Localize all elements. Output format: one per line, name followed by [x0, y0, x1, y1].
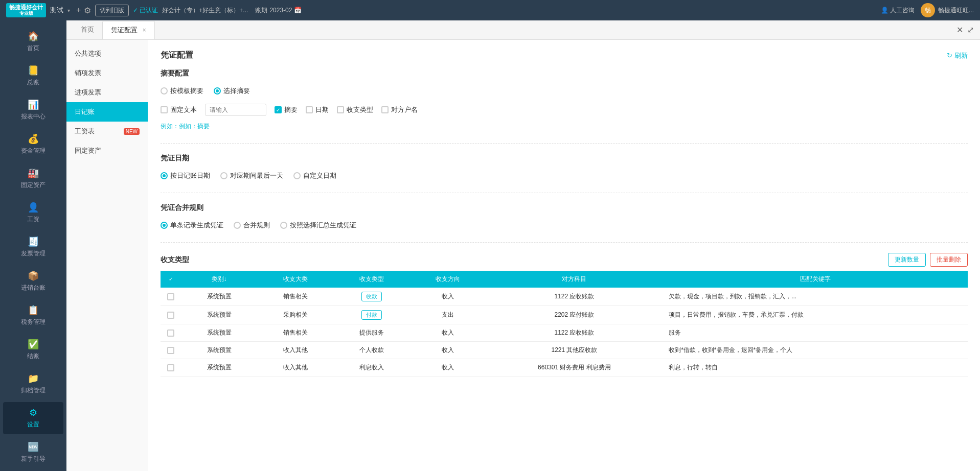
table-row: 系统预置 采购相关 付款 支出 2202 应付账款 项目，日常费用，报销款，车费…	[161, 306, 968, 324]
reports-icon: 📊	[28, 99, 39, 110]
income-table: 类别↓ 收支大类 收支类型 收支方向 对方科目 匹配关键字 系统预置	[161, 271, 968, 376]
date-section-title: 凭证日期	[161, 154, 968, 163]
settings-button[interactable]: ⚙	[84, 6, 91, 15]
radio-select-summary[interactable]: 选择摘要	[214, 86, 250, 96]
old-version-button[interactable]: 切到旧版	[95, 5, 129, 16]
td-category-1: 系统预置	[181, 306, 257, 324]
sidebar-item-salary[interactable]: 👤 工资	[3, 197, 63, 229]
row-checkbox-0[interactable]	[167, 293, 174, 300]
left-nav-fixed-assets[interactable]: 固定资产	[66, 141, 148, 160]
sidebar-item-invoice[interactable]: 🧾 发票管理	[3, 231, 63, 263]
sidebar-item-home[interactable]: 🏠 首页	[3, 26, 63, 58]
td-direction-3: 收入	[410, 342, 486, 359]
sidebar-item-reports[interactable]: 📊 报表中心	[3, 94, 63, 126]
td-income-type-2: 提供服务	[333, 324, 409, 342]
sidebar-item-settings[interactable]: ⚙ 设置	[3, 402, 63, 434]
company-dropdown-icon[interactable]: ▾	[67, 8, 70, 13]
td-checkbox-3	[161, 342, 181, 359]
radio-journal-date[interactable]: 按日记账日期	[161, 171, 210, 180]
archive-icon: 📁	[28, 373, 39, 384]
row-checkbox-3[interactable]	[167, 347, 174, 354]
td-subject-4: 660301 财务费用 利息费用	[486, 359, 663, 376]
sidebar-label-tax: 税务管理	[21, 318, 45, 326]
avatar: 畅	[921, 3, 935, 17]
checkbox-income-type[interactable]: 收支类型	[337, 105, 373, 114]
username: 畅捷通旺旺...	[938, 6, 974, 15]
topbar: 畅捷通好会计 专业版 测试 ▾ + ⚙ 切到旧版 ✓ 已认证 好会计（专）+好生…	[0, 0, 980, 20]
summary-section-title: 摘要配置	[161, 69, 968, 78]
sidebar-item-tax[interactable]: 📋 税务管理	[3, 299, 63, 332]
tab-close-icon[interactable]: ×	[143, 27, 146, 34]
row-checkbox-2[interactable]	[167, 329, 174, 337]
left-nav-public[interactable]: 公共选项	[66, 44, 148, 63]
add-button[interactable]: +	[76, 6, 81, 15]
income-section-title: 收支类型	[161, 255, 189, 265]
select-all-checkbox[interactable]	[167, 276, 174, 283]
sidebar-item-archive[interactable]: 📁 归档管理	[3, 368, 63, 400]
th-checkbox	[161, 271, 181, 288]
topbar-icons: + ⚙	[76, 6, 91, 15]
checkbox-box-counterparty	[381, 106, 389, 113]
sidebar-label-close: 结账	[27, 352, 39, 361]
td-category-3: 系统预置	[181, 342, 257, 359]
tab-voucher-config[interactable]: 凭证配置 ×	[102, 21, 155, 39]
td-direction-0: 收入	[410, 288, 486, 306]
radio-circle-single	[161, 222, 168, 229]
radio-merge-rules[interactable]: 合并规则	[234, 221, 270, 230]
sidebar-item-guide[interactable]: 🆕 新手引导	[3, 436, 63, 468]
right-content: 凭证配置 ↻ 刷新 摘要配置 按模板摘要	[148, 40, 980, 471]
new-badge: NEW	[124, 128, 140, 135]
sidebar-item-purchase[interactable]: 📦 进销台账	[3, 265, 63, 297]
expand-window-button[interactable]: ⤢	[967, 25, 974, 35]
income-type-tag-1[interactable]: 付款	[361, 310, 382, 320]
th-income-type: 收支类型	[333, 271, 409, 288]
td-income-type-1: 付款	[333, 306, 409, 324]
left-nav-journal[interactable]: 日记账	[66, 102, 148, 122]
close-window-button[interactable]: ✕	[956, 25, 963, 35]
user-menu[interactable]: 畅 畅捷通旺旺...	[921, 3, 974, 17]
checkbox-summary[interactable]: 摘要	[275, 105, 298, 114]
table-header-row: 类别↓ 收支大类 收支类型 收支方向 对方科目 匹配关键字	[161, 271, 968, 288]
tax-icon: 📋	[28, 304, 39, 316]
table-row: 系统预置 销售相关 收款 收入 1122 应收账款 欠款，现金，项目款，到款，报…	[161, 288, 968, 306]
update-count-button[interactable]: 更新数量	[888, 253, 926, 267]
td-category-0: 系统预置	[181, 288, 257, 306]
sidebar-item-funds[interactable]: 💰 资金管理	[3, 128, 63, 160]
page-content: 公共选项 销项发票 进项发票 日记账 工资表 NEW 固定资产	[66, 40, 980, 471]
table-header-actions: 更新数量 批量删除	[888, 253, 968, 267]
batch-delete-button[interactable]: 批量删除	[930, 253, 968, 267]
checkbox-counterparty[interactable]: 对方户名	[381, 105, 418, 114]
td-subject-1: 2202 应付账款	[486, 306, 663, 324]
row-checkbox-4[interactable]	[167, 364, 174, 371]
divider-1	[161, 143, 968, 144]
sidebar-label-salary: 工资	[27, 215, 39, 224]
tab-home[interactable]: 首页	[73, 21, 102, 39]
service-button[interactable]: 👤 人工咨询	[881, 6, 915, 15]
radio-aggregate[interactable]: 按照选择汇总生成凭证	[280, 221, 356, 230]
checkbox-fixed-text[interactable]: 固定文本	[161, 105, 197, 114]
income-type-tag-0[interactable]: 收款	[361, 292, 382, 301]
sidebar-item-assets[interactable]: 🏭 固定资产	[3, 162, 63, 195]
td-major-type-4: 收入其他	[257, 359, 333, 376]
sidebar-item-ledger[interactable]: 📒 总账	[3, 60, 63, 92]
left-nav-purchase-invoice[interactable]: 进项发票	[66, 83, 148, 102]
refresh-button[interactable]: ↻ 刷新	[947, 51, 968, 60]
period: 账期 2023-02 📅	[255, 6, 302, 15]
checkbox-date[interactable]: 日期	[306, 105, 329, 114]
left-nav-sales-invoice[interactable]: 销项发票	[66, 63, 148, 83]
table-row: 系统预置 收入其他 利息收入 收入 660301 财务费用 利息费用 利息，行转…	[161, 359, 968, 376]
left-nav-payroll[interactable]: 工资表 NEW	[66, 122, 148, 141]
logo: 畅捷通好会计 专业版	[6, 3, 46, 17]
radio-single-record[interactable]: 单条记录生成凭证	[161, 221, 223, 230]
sidebar-item-close[interactable]: ✅ 结账	[3, 334, 63, 366]
calendar-icon[interactable]: 📅	[294, 7, 302, 14]
fixed-text-input[interactable]	[205, 104, 266, 116]
td-major-type-3: 收入其他	[257, 342, 333, 359]
td-keywords-2: 服务	[663, 324, 968, 342]
radio-custom-date[interactable]: 自定义日期	[293, 171, 336, 180]
row-checkbox-1[interactable]	[167, 312, 174, 319]
td-checkbox-1	[161, 306, 181, 324]
radio-template-summary[interactable]: 按模板摘要	[161, 86, 203, 96]
radio-period-last-day[interactable]: 对应期间最后一天	[220, 171, 283, 180]
service-icon: 👤	[881, 7, 888, 14]
